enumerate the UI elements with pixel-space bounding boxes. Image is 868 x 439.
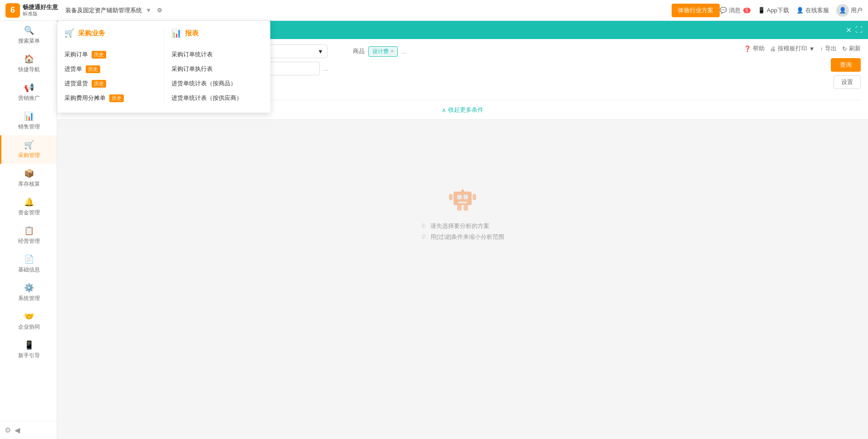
dropdown-item-inbound[interactable]: 进货单 历史 bbox=[64, 62, 156, 76]
sidebar-item-marketing[interactable]: 📢 营销推广 bbox=[0, 78, 57, 107]
refresh-icon: ↻ bbox=[842, 45, 847, 52]
settings-icon[interactable]: ⚙ bbox=[157, 7, 162, 14]
dropdown-item-report-4[interactable]: 进货单统计表（按供应商） bbox=[171, 91, 263, 105]
report-2-label: 采购订单执行表 bbox=[171, 65, 213, 73]
user-avatar: 👤 bbox=[836, 4, 849, 17]
goods-label: 商品 bbox=[353, 47, 365, 55]
inbound-label: 进货单 bbox=[64, 65, 82, 73]
sidebar-item-label-search: 搜索菜单 bbox=[18, 37, 40, 45]
print-btn[interactable]: 🖨 按模板打印 ▼ bbox=[770, 44, 815, 53]
refresh-btn[interactable]: ↻ 刷新 bbox=[842, 44, 861, 53]
goods-tag: 设计费 × bbox=[368, 46, 398, 57]
content-body: ① 请先选择要分析的方案 ② 用[过滤]条件来缩小分析范围 bbox=[57, 120, 868, 439]
sidebar-collapse-icon[interactable]: ◀ bbox=[15, 426, 20, 434]
export-label: 导出 bbox=[825, 44, 837, 53]
top-bar-title: 装备及固定资产辅助管理系统 ▼ ⚙ bbox=[65, 6, 668, 15]
sidebar-item-search[interactable]: 🔍 搜索菜单 bbox=[0, 21, 57, 49]
expense-history: 历史 bbox=[109, 94, 124, 102]
reports-section-label: 报表 bbox=[185, 29, 199, 38]
goods-filter-dots[interactable]: ... bbox=[401, 48, 406, 55]
sidebar-item-label-sales: 销售管理 bbox=[18, 123, 40, 131]
sidebar-item-label-enterprise: 企业协同 bbox=[18, 323, 40, 331]
return-label: 进货退货 bbox=[64, 79, 88, 88]
user-action[interactable]: 👤 用户 bbox=[836, 4, 863, 17]
dropdown-item-report-2[interactable]: 采购订单执行表 bbox=[171, 62, 263, 76]
sidebar-item-label-operations: 经营管理 bbox=[18, 237, 40, 245]
report-3-label: 进货单统计表（按商品） bbox=[171, 79, 236, 88]
logo-char: 6 bbox=[10, 5, 15, 15]
query-button[interactable]: 查询 bbox=[831, 58, 861, 72]
report-4-label: 进货单统计表（按供应商） bbox=[171, 94, 242, 102]
tab-window-close-icon[interactable]: ✕ bbox=[846, 26, 852, 35]
return-history: 历史 bbox=[92, 80, 106, 88]
help-label: 帮助 bbox=[753, 44, 765, 53]
salesperson-dots[interactable]: ... bbox=[323, 65, 328, 72]
sidebar-item-sales[interactable]: 📊 销售管理 bbox=[0, 107, 57, 135]
top-bar: 6 畅捷通好生意 标准版 装备及固定资产辅助管理系统 ▼ ⚙ 体验行业方案 💬 … bbox=[0, 0, 868, 21]
sidebar-item-guide[interactable]: 📱 新手引导 bbox=[0, 335, 57, 364]
sidebar-item-purchase[interactable]: 🛒 采购管理 bbox=[0, 135, 57, 164]
operations-icon: 📋 bbox=[24, 226, 34, 236]
app-download-action[interactable]: 📱 App下载 bbox=[758, 6, 789, 15]
setup-button[interactable]: 设置 bbox=[834, 75, 861, 89]
toolbar-actions: ❓ 帮助 🖨 按模板打印 ▼ ↑ 导出 bbox=[744, 44, 861, 53]
filter-group-goods: 商品 设计费 × ... bbox=[353, 46, 406, 57]
collapse-label: 收起更多条件 bbox=[448, 106, 483, 114]
system-icon: ⚙️ bbox=[24, 283, 34, 293]
sidebar-item-enterprise[interactable]: 🤝 企业协同 bbox=[0, 307, 57, 335]
dropdown-item-expense[interactable]: 采购费用分摊单 历史 bbox=[64, 91, 156, 105]
sidebar-item-system[interactable]: ⚙️ 系统管理 bbox=[0, 278, 57, 307]
sidebar-item-inventory[interactable]: 📦 库存核算 bbox=[0, 164, 57, 192]
sidebar-item-operations[interactable]: 📋 经营管理 bbox=[0, 221, 57, 250]
goods-tag-close[interactable]: × bbox=[390, 48, 394, 54]
sidebar-item-label-basic: 基础信息 bbox=[18, 266, 40, 274]
svg-rect-2 bbox=[463, 195, 468, 199]
export-icon: ↑ bbox=[820, 45, 824, 52]
sidebar-item-label-finance: 资金管理 bbox=[18, 209, 40, 217]
message-action[interactable]: 💬 消息 5 bbox=[720, 6, 751, 15]
sales-icon: 📊 bbox=[24, 111, 34, 121]
marketing-icon: 📢 bbox=[24, 83, 34, 93]
purchase-icon: 🛒 bbox=[24, 140, 34, 150]
refresh-label: 刷新 bbox=[849, 44, 861, 53]
expense-label: 采购费用分摊单 bbox=[64, 94, 106, 102]
sidebar-item-nav[interactable]: 🏠 快捷导航 bbox=[0, 49, 57, 78]
finance-icon: 🔔 bbox=[24, 197, 34, 207]
industry-btn[interactable]: 体验行业方案 bbox=[672, 4, 720, 17]
dropdown-reports-title: 📊 报表 bbox=[171, 28, 263, 42]
sidebar-item-label-system: 系统管理 bbox=[18, 295, 40, 302]
svg-rect-7 bbox=[457, 205, 462, 211]
dropdown-item-report-3[interactable]: 进货单统计表（按商品） bbox=[171, 76, 263, 91]
tab-maximize-icon[interactable]: ⛶ bbox=[855, 26, 863, 34]
user-label: 用户 bbox=[851, 6, 863, 15]
title-dropdown-icon[interactable]: ▼ bbox=[146, 7, 151, 14]
app-download-label: App下载 bbox=[767, 6, 789, 15]
sidebar-item-finance[interactable]: 🔔 资金管理 bbox=[0, 192, 57, 221]
empty-state: ① 请先选择要分析的方案 ② 用[过滤]条件来缩小分析范围 bbox=[57, 120, 868, 301]
query-actions: 查询 bbox=[831, 58, 861, 72]
purchase-order-label: 采购订单 bbox=[64, 50, 88, 59]
online-service-action[interactable]: 👤 在线客服 bbox=[796, 6, 829, 15]
sidebar-item-basic[interactable]: 📄 基础信息 bbox=[0, 250, 57, 278]
search-icon: 🔍 bbox=[24, 25, 34, 35]
goods-tag-text: 设计费 bbox=[372, 48, 389, 55]
sidebar-item-label-nav: 快捷导航 bbox=[18, 66, 40, 74]
sidebar-settings-icon[interactable]: ⚙ bbox=[5, 426, 11, 434]
dropdown-item-return[interactable]: 进货退货 历史 bbox=[64, 76, 156, 91]
dropdown-item-report-1[interactable]: 采购订单统计表 bbox=[171, 47, 263, 62]
help-btn[interactable]: ❓ 帮助 bbox=[744, 44, 765, 53]
purchase-section-icon: 🛒 bbox=[64, 28, 74, 38]
empty-tip-2-text: 用[过滤]条件来缩小分析范围 bbox=[430, 233, 504, 240]
sidebar-item-label-purchase: 采购管理 bbox=[18, 152, 40, 159]
export-btn[interactable]: ↑ 导出 bbox=[820, 44, 837, 53]
dropdown-item-purchase-order[interactable]: 采购订单 历史 bbox=[64, 47, 156, 62]
right-actions: ❓ 帮助 🖨 按模板打印 ▼ ↑ 导出 bbox=[744, 44, 861, 89]
reports-section-icon: 📊 bbox=[171, 28, 181, 38]
dropdown-reports-section: 📊 报表 采购订单统计表 采购订单执行表 进货单统计表（按商品） 进货单统计表（… bbox=[171, 28, 263, 105]
svg-rect-3 bbox=[458, 202, 467, 203]
purchase-section-label: 采购业务 bbox=[78, 29, 105, 38]
purchase-dropdown: 🛒 采购业务 采购订单 历史 进货单 历史 进货退货 历史 采购费用分摊单 历史… bbox=[57, 21, 270, 113]
service-icon: 👤 bbox=[796, 7, 804, 14]
inventory-icon: 📦 bbox=[24, 168, 34, 178]
svg-rect-5 bbox=[449, 194, 453, 200]
